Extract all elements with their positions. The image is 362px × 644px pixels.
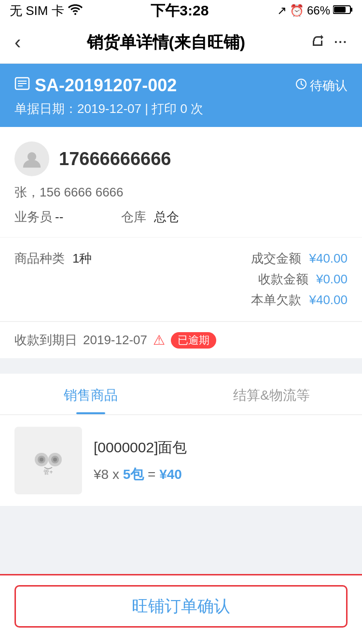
svg-rect-1 [350, 8, 352, 12]
confirm-order-button[interactable]: 旺铺订单确认 [14, 585, 348, 628]
amount-label: 成交金额 [251, 250, 301, 267]
amount-value: ¥40.00 [309, 251, 348, 266]
tab-sales-products[interactable]: 销售商品 [0, 374, 181, 414]
order-status: 待确认 [295, 77, 348, 94]
product-section: 管+ [0000002]面包 ¥8 x 5包 = ¥40 [0, 415, 362, 506]
balance-value: ¥40.00 [309, 293, 348, 308]
status-bar: 无 SIM 卡 下午3:28 ↗ ⏰ 66% [0, 0, 362, 21]
product-thumbnail: 管+ [14, 427, 82, 494]
customer-section: 17666666666 张，156 6666 6666 业务员 -- 仓库 总仓 [0, 127, 362, 238]
svg-text:管+: 管+ [43, 469, 53, 475]
product-name: [0000002]面包 [94, 438, 348, 458]
warehouse-label: 仓库 [121, 209, 146, 225]
order-header: SA-20191207-002 待确认 单据日期：2019-12-07 | 打印… [0, 64, 362, 127]
svg-point-16 [53, 458, 57, 462]
battery-icon [333, 4, 352, 17]
total-value: ¥40 [159, 467, 182, 482]
nav-bar: ‹ 销货单详情(来自旺铺) ··· [0, 21, 362, 64]
sales-person-label: 业务员 [14, 209, 52, 225]
clock-icon [295, 78, 307, 93]
order-id: SA-20191207-002 [14, 75, 177, 96]
battery-text: 66% [307, 4, 330, 17]
customer-name: 张，156 6666 6666 [14, 184, 348, 201]
location-icon: ↗ [277, 4, 287, 17]
avatar [14, 141, 49, 176]
tabs: 销售商品 结算&物流等 [0, 374, 362, 415]
product-type-value: 1种 [72, 250, 92, 267]
svg-point-15 [40, 458, 43, 462]
nav-right: ··· [311, 34, 348, 51]
svg-line-9 [301, 84, 303, 85]
customer-phone: 17666666666 [59, 149, 171, 169]
price-separator: = [144, 467, 159, 482]
overdue-date: 2019-12-07 [83, 333, 147, 348]
overdue-label: 收款到期日 [14, 332, 77, 349]
back-button[interactable]: ‹ [14, 31, 21, 53]
status-right: ↗ ⏰ 66% [277, 4, 352, 17]
overdue-alert-icon: ⚠ [153, 332, 165, 348]
status-time: 下午3:28 [151, 1, 209, 21]
more-button[interactable]: ··· [334, 35, 348, 50]
order-date: 单据日期：2019-12-07 | 打印 0 次 [14, 100, 348, 117]
svg-point-10 [28, 152, 36, 161]
product-type-label: 商品种类 [14, 250, 65, 267]
overdue-section: 收款到期日 2019-12-07 ⚠ 已逾期 [0, 322, 362, 358]
price-text: ¥8 x [94, 467, 123, 482]
product-info: [0000002]面包 ¥8 x 5包 = ¥40 [94, 438, 348, 484]
warehouse-value: 总仓 [154, 209, 179, 225]
order-id-icon [14, 75, 30, 96]
received-label: 收款金额 [258, 271, 308, 288]
section-divider [0, 358, 362, 366]
nav-left: ‹ [14, 31, 21, 53]
quantity-value: 5包 [123, 467, 144, 482]
product-price: ¥8 x 5包 = ¥40 [94, 465, 348, 484]
wifi-icon [68, 3, 83, 18]
carrier-text: 无 SIM 卡 [10, 2, 64, 19]
customer-meta: 业务员 -- 仓库 总仓 [14, 209, 348, 225]
page-title: 销货单详情(来自旺铺) [87, 31, 246, 54]
tab-settlement[interactable]: 结算&物流等 [181, 374, 362, 414]
balance-label: 本单欠款 [251, 292, 301, 308]
alarm-icon: ⏰ [290, 4, 304, 17]
status-left: 无 SIM 卡 [10, 2, 83, 19]
share-button[interactable] [311, 34, 324, 51]
overdue-badge: 已逾期 [171, 332, 216, 349]
bottom-bar: 旺铺订单确认 [0, 574, 362, 644]
received-value: ¥0.00 [316, 272, 348, 287]
stats-section: 商品种类 1种 成交金额 ¥40.00 收款金额 ¥0.00 本单欠款 ¥40.… [0, 238, 362, 322]
sales-person-value: -- [55, 210, 63, 224]
svg-rect-2 [334, 7, 346, 13]
